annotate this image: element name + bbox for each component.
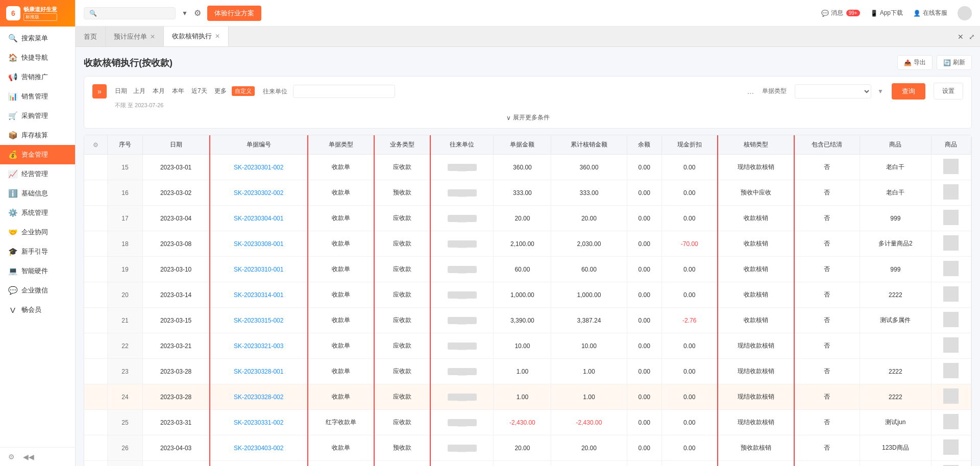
col-product-header[interactable]: 商品	[860, 135, 931, 155]
refresh-button[interactable]: 🔄 刷新	[937, 55, 972, 70]
notification-item[interactable]: 💬 消息 99+	[821, 9, 860, 17]
col-settings-cell[interactable]	[84, 333, 108, 359]
col-settings-cell[interactable]	[84, 410, 108, 435]
topbar-search[interactable]: 🔍	[84, 7, 176, 19]
col-cash-discount-header[interactable]: 现金折扣	[662, 135, 717, 155]
partner-input[interactable]	[293, 85, 395, 98]
filter-expand[interactable]: ∨ 展开更多条件	[92, 113, 963, 122]
col-cumulative-header[interactable]: 累计核销金额	[551, 135, 627, 155]
app-download-item[interactable]: 📱 App下载	[870, 9, 903, 17]
bill-no-link[interactable]: SK-20230310-001	[234, 266, 283, 273]
col-settings-cell[interactable]	[84, 231, 108, 257]
col-bill-type-header[interactable]: 单据类型	[308, 135, 374, 155]
col-partner-header[interactable]: 往来单位	[430, 135, 494, 155]
col-settings-cell[interactable]	[84, 282, 108, 308]
bill-no-link[interactable]: SK-20230315-002	[234, 317, 283, 324]
close-all-icon[interactable]: ✕	[958, 33, 964, 41]
col-settings-cell[interactable]	[84, 435, 108, 461]
col-bill-no-cell[interactable]: SK-20230403-002	[210, 435, 308, 461]
col-settings-header[interactable]: ⚙	[84, 135, 108, 155]
bill-type-select[interactable]	[795, 84, 871, 99]
col-bill-no-cell[interactable]: SK-20230408-001	[210, 461, 308, 467]
col-bill-no-cell[interactable]: SK-20230328-001	[210, 359, 308, 384]
sidebar-item-inventory[interactable]: 📦 库存核算	[0, 126, 75, 145]
maximize-icon[interactable]: ⤢	[969, 33, 975, 41]
col-biz-type-header[interactable]: 业务类型	[374, 135, 430, 155]
date-opt-more[interactable]: 更多	[212, 86, 229, 96]
bill-no-link[interactable]: SK-20230331-002	[234, 419, 283, 426]
col-product2-header[interactable]: 商品	[931, 135, 971, 155]
tab-pre-payment[interactable]: 预计应付单 ✕	[106, 27, 164, 46]
date-opt-this-year[interactable]: 本年	[170, 86, 186, 96]
col-settings-cell[interactable]	[84, 359, 108, 384]
col-bill-no-cell[interactable]: SK-20230321-003	[210, 333, 308, 359]
col-bill-amount-header[interactable]: 单据金额	[494, 135, 551, 155]
export-button[interactable]: 📤 导出	[897, 55, 933, 70]
col-bill-no-cell[interactable]: SK-20230308-001	[210, 231, 308, 257]
col-bill-no-cell[interactable]: SK-20230315-002	[210, 308, 308, 333]
query-button[interactable]: 查询	[892, 83, 925, 100]
user-avatar[interactable]	[958, 6, 972, 20]
col-verify-type-header[interactable]: 核销类型	[718, 135, 794, 155]
sidebar-item-guide[interactable]: 🎓 新手引导	[0, 242, 75, 261]
col-settings-cell[interactable]	[84, 461, 108, 467]
col-settings-cell[interactable]	[84, 155, 108, 180]
collapse-icon[interactable]: ◀◀	[23, 453, 34, 461]
sidebar-item-basic[interactable]: ℹ️ 基础信息	[0, 184, 75, 203]
sidebar-item-enterprise[interactable]: 🤝 企业协同	[0, 223, 75, 242]
online-support-item[interactable]: 👤 在线客服	[913, 9, 947, 17]
sidebar-item-operations[interactable]: 📈 经营管理	[0, 164, 75, 184]
col-bill-no-header[interactable]: 单据编号	[210, 135, 308, 155]
sidebar-item-search[interactable]: 🔍 搜索菜单	[0, 29, 75, 48]
bill-no-link[interactable]: SK-20230304-001	[234, 215, 283, 222]
col-settings-cell[interactable]	[84, 206, 108, 231]
date-custom-btn[interactable]: 自定义	[232, 86, 255, 96]
sidebar-item-quicknav[interactable]: 🏠 快捷导航	[0, 48, 75, 67]
col-bill-no-cell[interactable]: SK-20230331-002	[210, 410, 308, 435]
col-settings-icon[interactable]: ⚙	[93, 141, 99, 149]
col-include-settled-header[interactable]: 包含已结清	[794, 135, 860, 155]
bill-no-link[interactable]: SK-20230321-003	[234, 342, 283, 350]
tab-collection-exec[interactable]: 收款核销执行 ✕	[164, 27, 229, 46]
date-opt-this-month[interactable]: 本月	[151, 86, 167, 96]
topbar-dropdown[interactable]: ▼	[182, 10, 188, 17]
col-settings-cell[interactable]	[84, 308, 108, 333]
bill-no-link[interactable]: SK-20230328-002	[234, 394, 283, 401]
tab-home[interactable]: 首页	[76, 27, 106, 46]
sidebar-item-system[interactable]: ⚙️ 系统管理	[0, 203, 75, 223]
bill-no-link[interactable]: SK-20230301-002	[234, 164, 283, 171]
sidebar-item-sales[interactable]: 📊 销售管理	[0, 87, 75, 106]
col-bill-no-cell[interactable]: SK-20230328-002	[210, 384, 308, 410]
gear-icon[interactable]: ⚙	[194, 8, 201, 18]
col-balance-header[interactable]: 余额	[627, 135, 662, 155]
search-input[interactable]	[100, 10, 161, 17]
col-bill-no-cell[interactable]: SK-20230302-002	[210, 180, 308, 206]
col-bill-no-cell[interactable]: SK-20230301-002	[210, 155, 308, 180]
filter-toggle[interactable]: »	[92, 84, 107, 99]
sidebar-item-marketing[interactable]: 📢 营销推广	[0, 67, 75, 87]
tab-close-icon[interactable]: ✕	[150, 33, 155, 40]
sidebar-item-member[interactable]: V 畅会员	[0, 300, 75, 320]
sidebar-item-wechat[interactable]: 💬 企业微信	[0, 281, 75, 300]
date-opt-prev-month[interactable]: 上月	[131, 86, 148, 96]
date-opt-7days[interactable]: 近7天	[189, 86, 209, 96]
filter-dots[interactable]: ...	[747, 87, 754, 96]
tab-close-icon-2[interactable]: ✕	[215, 33, 220, 40]
col-bill-no-cell[interactable]: SK-20230314-001	[210, 282, 308, 308]
sidebar-item-finance[interactable]: 💰 资金管理	[0, 145, 75, 164]
col-bill-no-cell[interactable]: SK-20230310-001	[210, 257, 308, 282]
bill-no-link[interactable]: SK-20230328-001	[234, 368, 283, 375]
solution-button[interactable]: 体验行业方案	[207, 6, 261, 21]
bill-no-link[interactable]: SK-20230302-002	[234, 189, 283, 197]
settings-bottom-icon[interactable]: ⚙	[8, 453, 15, 461]
col-date-header[interactable]: 日期	[142, 135, 209, 155]
col-settings-cell[interactable]	[84, 257, 108, 282]
bill-no-link[interactable]: SK-20230403-002	[234, 445, 283, 452]
bill-no-link[interactable]: SK-20230308-001	[234, 240, 283, 248]
sidebar-item-purchase[interactable]: 🛒 采购管理	[0, 106, 75, 126]
col-bill-no-cell[interactable]: SK-20230304-001	[210, 206, 308, 231]
filter-settings-button[interactable]: 设置	[934, 83, 963, 100]
col-settings-cell[interactable]	[84, 180, 108, 206]
sidebar-item-hardware[interactable]: 💻 智能硬件	[0, 261, 75, 281]
col-settings-cell[interactable]	[84, 384, 108, 410]
